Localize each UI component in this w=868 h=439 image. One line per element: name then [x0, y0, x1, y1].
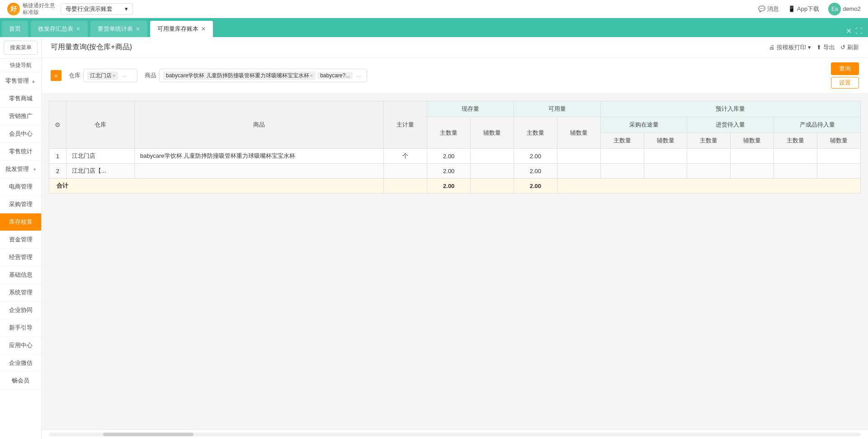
th-avail-main: 主数量 — [514, 117, 557, 149]
filter-expand-button[interactable]: » — [51, 70, 61, 81]
sidebar-search: 搜索菜单 — [0, 37, 41, 59]
td-stock-main-1: 2.00 — [427, 164, 471, 179]
chevron-down-icon: ▾ — [33, 167, 36, 172]
warehouse-input[interactable]: 江北门店 × ··· — [83, 69, 137, 82]
td-index: 2 — [49, 164, 66, 179]
th-settings: ⚙ — [49, 101, 66, 149]
td-arrival-main-0 — [687, 149, 731, 164]
tab-available-stock-label: 可用量库存账本 — [157, 25, 198, 33]
settings-icon[interactable]: ⚙ — [55, 121, 61, 128]
sidebar-item-retail-mall[interactable]: 零售商城 — [0, 90, 41, 108]
sidebar-quick-nav[interactable]: 快捷导航 — [0, 59, 41, 72]
top-bar: 好 畅捷通好生意 标准版 母婴行业演示账套 ▾ 💬 消息 📱 App下载 Ea … — [0, 0, 868, 18]
sidebar-item-app-center[interactable]: 应用中心 — [0, 337, 41, 354]
td-purchase-aux-1 — [644, 164, 687, 179]
sidebar-item-enterprise-wechat[interactable]: 企业微信 — [0, 354, 41, 372]
td-stock-aux-1 — [471, 164, 514, 179]
sidebar-item-enterprise-collab[interactable]: 企业协同 — [0, 302, 41, 319]
sidebar-item-operations-mgmt[interactable]: 经营管理 — [0, 249, 41, 266]
tab-receive-send-close[interactable]: ✕ — [76, 26, 80, 32]
scrollbar-thumb[interactable] — [103, 433, 193, 436]
td-stock-main-0: 2.00 — [427, 149, 471, 164]
sidebar-item-ecommerce-mgmt[interactable]: 电商管理 — [0, 178, 41, 196]
th-purchase-transit: 采购在途量 — [600, 117, 687, 133]
logo-text: 畅捷通好生意 标准版 — [23, 2, 55, 15]
td-index: 1 — [49, 149, 66, 164]
th-product: 商品 — [135, 101, 384, 149]
td-warehouse-1: 江北门店【... — [66, 164, 135, 179]
filter-actions: 查询 设置 — [831, 62, 859, 89]
table-row: 2 江北门店【... 2.00 2.00 — [49, 164, 861, 179]
td-stock-aux-0 — [471, 149, 514, 164]
product-tag-1-close[interactable]: × — [310, 73, 313, 78]
scrollbar-track[interactable] — [49, 433, 861, 436]
td-warehouse-0: 江北门店 — [66, 149, 135, 164]
content-area: 可用量查询(按仓库+商品) 🖨 按模板打印 ▾ ⬆ 导出 ↺ 刷新 » — [42, 37, 868, 439]
page-actions: 🖨 按模板打印 ▾ ⬆ 导出 ↺ 刷新 — [769, 43, 859, 52]
sidebar-item-purchase-mgmt[interactable]: 采购管理 — [0, 196, 41, 213]
message-icon: 💬 — [758, 5, 765, 12]
warehouse-more[interactable]: ··· — [120, 72, 128, 79]
td-product-0: babycare学饮杯 儿童防摔防撞吸管杯重力球吸嘴杯宝宝水杯 — [135, 149, 384, 164]
table-row: 1 江北门店 babycare学饮杯 儿童防摔防撞吸管杯重力球吸嘴杯宝宝水杯 个… — [49, 149, 861, 164]
td-avail-aux-0 — [557, 149, 600, 164]
th-warehouse: 仓库 — [66, 101, 135, 149]
td-production-aux-1 — [817, 164, 861, 179]
sidebar-item-inventory-check[interactable]: 库存核算 — [0, 213, 41, 231]
sidebar-item-basic-info[interactable]: 基础信息 — [0, 266, 41, 284]
tab-receive-send[interactable]: 收发存汇总表 ✕ — [31, 21, 88, 37]
sidebar-item-member[interactable]: 畅会员 — [0, 372, 41, 390]
query-button[interactable]: 查询 — [831, 62, 859, 75]
close-tab-btn[interactable]: ✕ — [846, 27, 852, 35]
sidebar-item-retail-stats[interactable]: 零售统计 — [0, 143, 41, 160]
td-production-main-0 — [774, 149, 817, 164]
download-icon: 📱 — [788, 5, 795, 12]
logo-area: 好 畅捷通好生意 标准版 — [7, 2, 55, 15]
sidebar-item-member-center[interactable]: 会员中心 — [0, 125, 41, 143]
sidebar-item-new-guide[interactable]: 新手引导 — [0, 319, 41, 337]
warehouse-label: 仓库 — [69, 71, 80, 80]
product-more[interactable]: ··· — [354, 72, 363, 79]
td-arrival-aux-0 — [731, 149, 774, 164]
td-purchase-main-1 — [600, 164, 644, 179]
refresh-icon: ↺ — [840, 44, 845, 51]
app-download-button[interactable]: 📱 App下载 — [788, 5, 819, 13]
print-template-button[interactable]: 🖨 按模板打印 ▾ — [769, 43, 811, 52]
message-button[interactable]: 💬 消息 — [758, 5, 779, 13]
td-arrival-main-1 — [687, 164, 731, 179]
sidebar-item-marketing[interactable]: 营销推广 — [0, 108, 41, 125]
th-arrival-pending: 进货待入量 — [687, 117, 774, 133]
th-stock-aux: 辅数量 — [471, 117, 514, 149]
sidebar-item-retail-mgmt[interactable]: 零售管理 ▲ — [0, 72, 41, 90]
td-summary-empty — [384, 179, 427, 194]
refresh-button[interactable]: ↺ 刷新 — [840, 43, 859, 52]
industry-selector[interactable]: 母婴行业演示账套 ▾ — [61, 3, 133, 15]
tab-available-stock[interactable]: 可用量库存账本 ✕ — [150, 21, 213, 37]
tab-order-stat-close[interactable]: ✕ — [136, 26, 140, 32]
td-summary-label: 合计 — [49, 179, 384, 194]
export-button[interactable]: ⬆ 导出 — [816, 43, 835, 52]
product-input[interactable]: babycare学饮杯 儿童防摔防撞吸管杯重力球吸嘴杯宝宝水杯 × babyca… — [159, 69, 367, 82]
tab-home-label: 首页 — [9, 25, 21, 33]
setting-button[interactable]: 设置 — [831, 77, 859, 89]
sidebar: 搜索菜单 快捷导航 零售管理 ▲ 零售商城 营销推广 会员中心 零售统计 批发管… — [0, 37, 42, 439]
sidebar-search-button[interactable]: 搜索菜单 — [4, 41, 38, 55]
td-summary-rest — [557, 179, 860, 194]
td-summary-avail: 2.00 — [514, 179, 557, 194]
fullscreen-btn[interactable]: ⛶ — [855, 27, 863, 35]
tab-available-stock-close[interactable]: ✕ — [201, 26, 206, 32]
sidebar-item-system-mgmt[interactable]: 系统管理 — [0, 284, 41, 302]
user-menu[interactable]: Ea demo2 — [828, 3, 861, 15]
product-tag-1: babycare学饮杯 儿童防摔防撞吸管杯重力球吸嘴杯宝宝水杯 × — [163, 71, 316, 80]
tab-home[interactable]: 首页 — [2, 21, 28, 37]
chevron-down-icon: ▾ — [808, 44, 811, 51]
warehouse-tag-close[interactable]: × — [113, 73, 115, 78]
th-stock-main: 主数量 — [427, 117, 471, 149]
sidebar-item-finance-mgmt[interactable]: 资金管理 — [0, 231, 41, 249]
th-unit: 主计量 — [384, 101, 427, 149]
tab-order-stat[interactable]: 要货单统计表 ✕ — [90, 21, 147, 37]
page-title: 可用量查询(按仓库+商品) — [51, 42, 132, 52]
tab-bar-right: ✕ ⛶ — [846, 27, 868, 37]
data-table: ⚙ 仓库 商品 主计量 现存量 可用量 预计入库量 主数量 辅数量 主数量 辅数… — [49, 101, 861, 194]
sidebar-item-wholesale-mgmt[interactable]: 批发管理 ▾ — [0, 160, 41, 178]
